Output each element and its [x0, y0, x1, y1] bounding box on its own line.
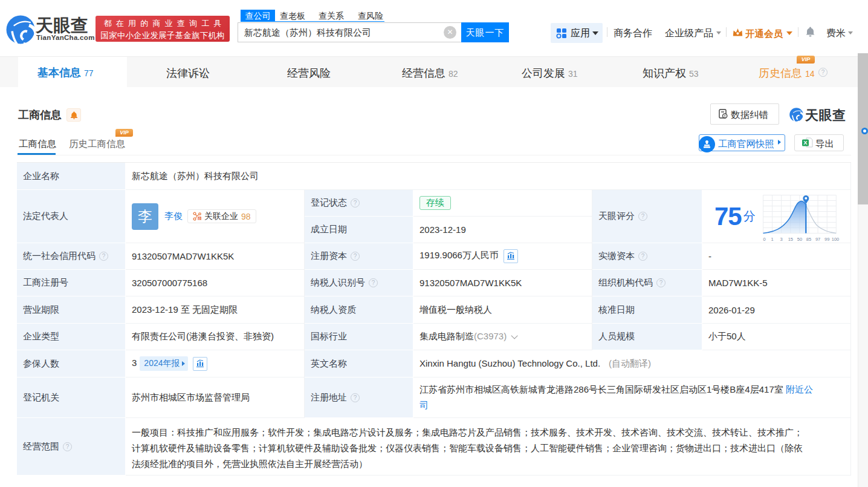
svg-text:1: 1: [771, 237, 773, 242]
svg-text:X: X: [803, 139, 808, 146]
svg-text:15: 15: [788, 237, 793, 242]
svg-text:99: 99: [824, 237, 829, 242]
svg-text:0: 0: [763, 237, 765, 242]
svg-text:97: 97: [815, 237, 820, 242]
svg-text:3: 3: [780, 237, 783, 242]
svg-text:50: 50: [797, 237, 802, 242]
svg-text:企: 企: [198, 217, 201, 220]
svg-text:85: 85: [806, 237, 811, 242]
svg-text:100: 100: [832, 237, 840, 242]
